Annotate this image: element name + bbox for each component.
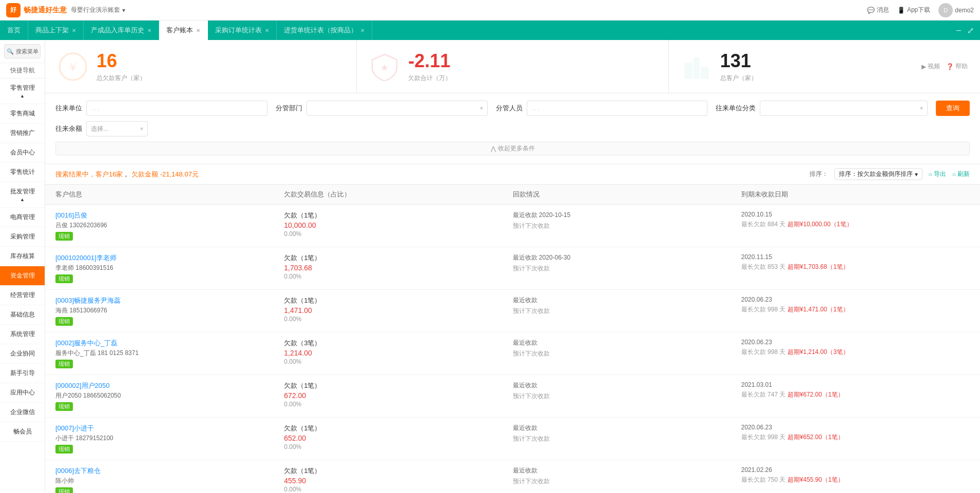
tab-home[interactable]: 首页 <box>0 21 28 40</box>
stat-icon-2: ★ <box>369 51 400 82</box>
filter-select-balance[interactable]: 选择... ▾ <box>86 121 148 136</box>
overdue-info-5: 最长欠款 998 天 超期¥652.00（1笔） <box>741 433 970 442</box>
sort-select[interactable]: 排序：按欠款金额倒序排序 ▾ <box>834 168 923 180</box>
tab-purchase-summary-close[interactable]: ✕ <box>265 28 269 33</box>
debt-count-1: 欠款（1笔） <box>284 253 512 263</box>
video-link[interactable]: ▶ 视频 <box>921 62 940 71</box>
export-btn[interactable]: ○ 导出 <box>929 170 946 179</box>
customer-name-link-1[interactable]: [0001020001]李老师 <box>55 253 284 263</box>
tab-produce-history-close[interactable]: ✕ <box>147 28 151 33</box>
sidebar-item-marketing[interactable]: 营销推广 <box>0 124 45 143</box>
filter-input-person[interactable]: ... <box>527 101 708 116</box>
sidebar-quick-nav[interactable]: 快捷导航 <box>0 63 45 78</box>
sort-dropdown-icon: ▾ <box>915 171 918 178</box>
table-row: [000002]用户2050 用户2050 18665062050 现销 欠款（… <box>45 375 980 418</box>
sidebar-enterprise-wechat-label: 企业微信 <box>10 408 35 417</box>
overdue-info-6: 最长欠款 750 天 超期¥455.90（1笔） <box>741 476 970 484</box>
collapse-arrow-icon: ⋀ <box>491 145 496 152</box>
sidebar-item-retail-store[interactable]: 零售商城 <box>0 104 45 124</box>
filter-row-2: 往来余额 选择... ▾ <box>55 121 970 136</box>
sidebar-item-app-center[interactable]: 应用中心 <box>0 383 45 403</box>
tab-customer-account[interactable]: 客户账本 ✕ <box>159 21 208 40</box>
tab-actions: – ⤢ <box>954 25 980 36</box>
tab-purchase-summary[interactable]: 采购订单统计表 ✕ <box>208 21 277 40</box>
recovery-cell-5: 最近收款 预计下次收款 <box>513 424 741 443</box>
sidebar-item-finance[interactable]: 资金管理 <box>0 266 45 286</box>
filter-input-unit[interactable]: ... <box>86 101 267 116</box>
stat-info-3: 131 总客户（家） <box>720 50 757 83</box>
app-download-btn[interactable]: 📱 App下载 <box>897 6 930 14</box>
sidebar-item-inventory[interactable]: 库存核算 <box>0 247 45 266</box>
recover-next-0: 预计下次收款 <box>513 222 741 230</box>
overdue-link-4[interactable]: 超期¥672.00（1笔） <box>787 391 844 398</box>
user-menu[interactable]: D demo2 <box>938 3 974 17</box>
sidebar-item-enterprise-collab[interactable]: 企业协同 <box>0 344 45 364</box>
sidebar-operations-label: 经营管理 <box>10 291 35 300</box>
sidebar-item-operations[interactable]: 经营管理 <box>0 286 45 305</box>
sidebar-item-ecommerce[interactable]: 电商管理 <box>0 208 45 227</box>
customer-name-link-4[interactable]: [000002]用户2050 <box>55 381 284 390</box>
sidebar-batch-mgmt-label: 批发管理 <box>10 187 35 196</box>
overdue-info-0: 最长欠款 884 天 超期¥10,000.00（1笔） <box>741 220 970 229</box>
customer-name-link-5[interactable]: [0007]小进干 <box>55 424 284 433</box>
overdue-link-5[interactable]: 超期¥652.00（1笔） <box>787 433 844 441</box>
tab-expand-btn[interactable]: ⤢ <box>965 25 976 36</box>
tab-stock-summary-close[interactable]: ✕ <box>360 28 364 33</box>
sidebar-item-retail-mgmt[interactable]: 零售管理 ▲ <box>0 78 45 104</box>
sidebar-enterprise-collab-label: 企业协同 <box>10 349 35 358</box>
sidebar-item-basic-info[interactable]: 基础信息 <box>0 305 45 325</box>
content-area: ¥ 16 总欠款客户（家） ★ -2.11 欠款合计（万） <box>45 40 980 493</box>
tab-customer-account-close[interactable]: ✕ <box>196 28 200 33</box>
tab-product-toggle[interactable]: 商品上下架 ✕ <box>28 21 84 40</box>
sidebar-item-system[interactable]: 系统管理 <box>0 325 45 344</box>
tab-product-toggle-close[interactable]: ✕ <box>72 28 76 33</box>
refresh-btn[interactable]: ○ 刷新 <box>952 170 970 179</box>
results-actions: 排序： 排序：按欠款金额倒序排序 ▾ ○ 导出 ○ 刷新 <box>810 168 970 180</box>
tab-customer-account-label: 客户账本 <box>166 26 193 35</box>
overdue-link-6[interactable]: 超期¥455.90（1笔） <box>787 476 844 483</box>
tab-produce-history[interactable]: 产成品入库单历史 ✕ <box>84 21 159 40</box>
customer-name-link-3[interactable]: [0002]服务中心_丁磊 <box>55 339 284 348</box>
stat-card-links: ▶ 视频 ❓ 帮助 <box>921 62 968 71</box>
debt-info-cell-5: 欠款（1笔） 652.00 0.00% <box>284 424 512 450</box>
sidebar-item-batch-mgmt[interactable]: 批发管理 ▲ <box>0 182 45 208</box>
help-link[interactable]: ❓ 帮助 <box>946 62 968 71</box>
sidebar-item-enterprise-wechat[interactable]: 企业微信 <box>0 403 45 422</box>
customer-phone-3: 服务中心_丁磊 181 0125 8371 <box>55 349 284 358</box>
stat-label-total-customers: 总客户（家） <box>720 74 757 83</box>
sidebar-item-changhui[interactable]: 畅会员 <box>0 422 45 442</box>
sidebar-search-btn[interactable]: 🔍 搜索菜单 <box>4 44 41 58</box>
recover-next-4: 预计下次收款 <box>513 392 741 401</box>
customer-name-link-0[interactable]: [0016]吕俊 <box>55 211 284 220</box>
filter-select-dept[interactable]: ▾ <box>306 101 488 116</box>
filter-select-category[interactable]: ▾ <box>760 101 928 116</box>
debt-amount-2: 1,471.00 <box>284 306 512 314</box>
sidebar-item-member[interactable]: 会员中心 <box>0 143 45 163</box>
message-btn[interactable]: 💬 消息 <box>867 6 889 14</box>
customer-tag-0: 现销 <box>55 232 73 241</box>
sidebar-item-purchase[interactable]: 采购管理 <box>0 227 45 247</box>
tab-stock-summary[interactable]: 进货单统计表（按商品） ✕ <box>277 21 372 40</box>
overdue-link-3[interactable]: 超期¥1,214.00（3笔） <box>787 348 849 356</box>
due-date-0: 2020.10.15 <box>741 211 970 218</box>
overdue-link-2[interactable]: 超期¥1,471.00（1笔） <box>787 306 849 313</box>
sidebar-changhui-label: 畅会员 <box>13 427 32 436</box>
sidebar-item-new-guide[interactable]: 新手引导 <box>0 364 45 383</box>
recovery-cell-2: 最近收款 预计下次收款 <box>513 296 741 315</box>
customer-name-link-6[interactable]: [0006]去下粮仓 <box>55 466 284 476</box>
stat-value-debt-total: -2.11 <box>408 50 451 72</box>
overdue-link-0[interactable]: 超期¥10,000.00（1笔） <box>787 221 853 228</box>
tab-collapse-btn[interactable]: – <box>954 25 963 36</box>
filter-group-dept: 分管部门 ▾ <box>276 101 488 116</box>
overdue-info-2: 最长欠款 998 天 超期¥1,471.00（1笔） <box>741 305 970 314</box>
phone-icon: 📱 <box>897 7 905 14</box>
store-selector[interactable]: 母婴行业演示账套 ▾ <box>71 6 125 14</box>
customer-phone-2: 海燕 18513066976 <box>55 306 284 315</box>
sidebar-item-retail-stats[interactable]: 零售统计 <box>0 163 45 182</box>
recover-next-5: 预计下次收款 <box>513 435 741 443</box>
customer-name-link-2[interactable]: [0003]畅捷服务尹海蕊 <box>55 296 284 305</box>
overdue-link-1[interactable]: 超期¥1,703.68（1笔） <box>787 263 849 270</box>
collapse-row[interactable]: ⋀ 收起更多条件 <box>55 142 970 155</box>
customer-info-cell: [0001020001]李老师 李老师 18600391516 现销 <box>55 253 284 283</box>
search-btn[interactable]: 查询 <box>936 101 970 116</box>
